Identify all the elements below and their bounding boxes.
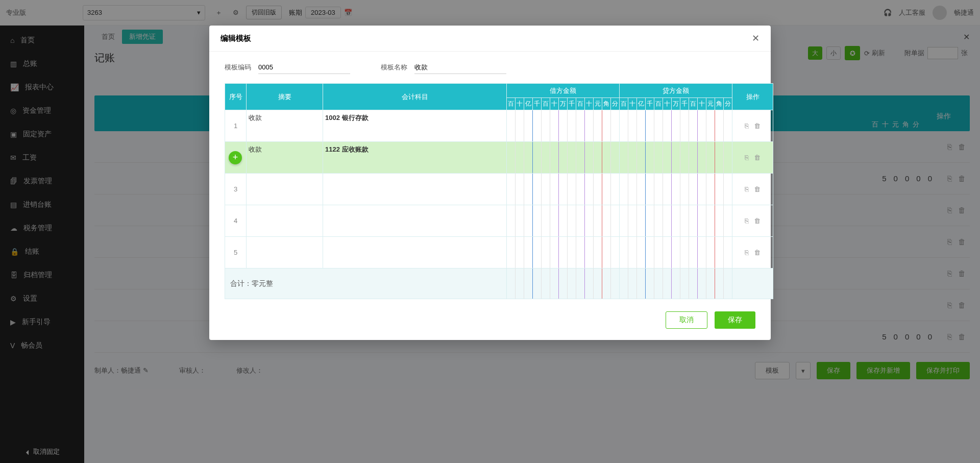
digit-header: 千 — [568, 98, 576, 110]
cell-seq: 4 — [225, 205, 247, 237]
cell-debit[interactable] — [507, 205, 620, 237]
cell-ops: ⎘🗑 — [732, 174, 773, 205]
template-code-input[interactable] — [258, 61, 350, 74]
cell-summary[interactable] — [247, 205, 323, 237]
table-row[interactable]: 收款1122 应收账款⎘🗑 — [225, 142, 773, 174]
digit-header: 千 — [533, 98, 542, 110]
digit-header: 百 — [507, 98, 516, 110]
cell-credit[interactable] — [620, 110, 732, 142]
close-icon[interactable]: ✕ — [752, 33, 760, 44]
trash-icon[interactable]: 🗑 — [754, 154, 761, 161]
trash-icon[interactable]: 🗑 — [754, 249, 761, 256]
digit-header: 分 — [724, 98, 732, 110]
digit-header: 十 — [550, 98, 559, 110]
digit-header: 角 — [602, 98, 611, 110]
table-row[interactable]: 5⎘🗑 — [225, 237, 773, 269]
digit-header: 百 — [620, 98, 628, 110]
cell-debit[interactable] — [507, 142, 620, 174]
digit-header: 亿 — [637, 98, 646, 110]
copy-icon[interactable]: ⎘ — [745, 249, 749, 256]
cell-summary[interactable]: 收款 — [247, 110, 323, 142]
digit-header: 十 — [628, 98, 637, 110]
digit-header: 百 — [576, 98, 585, 110]
copy-icon[interactable]: ⎘ — [745, 154, 749, 161]
cell-credit[interactable] — [620, 205, 732, 237]
table-row[interactable]: 1收款1002 银行存款⎘🗑 — [225, 110, 773, 142]
table-row[interactable]: 4⎘🗑 — [225, 205, 773, 237]
cell-debit[interactable] — [507, 174, 620, 205]
total-label: 合计：零元整 — [225, 269, 507, 299]
modal-overlay: 编辑模板 ✕ 模板编码 模板名称 — [0, 0, 980, 463]
digit-header: 百 — [689, 98, 698, 110]
cell-account[interactable] — [323, 174, 507, 205]
cell-summary[interactable]: 收款 — [247, 142, 323, 174]
cancel-button[interactable]: 取消 — [666, 311, 707, 329]
cell-ops: ⎘🗑 — [732, 237, 773, 269]
trash-icon[interactable]: 🗑 — [754, 122, 761, 130]
digit-header: 万 — [559, 98, 568, 110]
cell-account[interactable] — [323, 205, 507, 237]
digit-header: 十 — [516, 98, 524, 110]
modal-title: 编辑模板 — [220, 34, 251, 43]
th-summary: 摘要 — [247, 84, 323, 110]
digit-header: 元 — [594, 98, 602, 110]
save-button[interactable]: 保存 — [715, 311, 755, 329]
trash-icon[interactable]: 🗑 — [754, 217, 761, 225]
cell-credit[interactable] — [620, 237, 732, 269]
digit-header: 元 — [706, 98, 715, 110]
cell-seq: 5 — [225, 237, 247, 269]
copy-icon[interactable]: ⎘ — [745, 122, 749, 130]
copy-icon[interactable]: ⎘ — [745, 185, 749, 193]
template-name-input[interactable] — [414, 61, 506, 74]
cell-ops: ⎘🗑 — [732, 142, 773, 174]
th-account: 会计科目 — [323, 84, 507, 110]
digit-header: 亿 — [524, 98, 533, 110]
th-seq: 序号 — [225, 84, 247, 110]
cell-account[interactable]: 1122 应收账款 — [323, 142, 507, 174]
th-credit: 贷方金额 — [620, 84, 732, 98]
digit-header: 十 — [698, 98, 706, 110]
cell-account[interactable] — [323, 237, 507, 269]
edit-template-modal: 编辑模板 ✕ 模板编码 模板名称 — [209, 26, 771, 340]
digit-header: 分 — [611, 98, 620, 110]
cell-credit[interactable] — [620, 174, 732, 205]
add-row-button[interactable]: + — [229, 151, 242, 164]
template-code-label: 模板编码 — [225, 63, 251, 72]
digit-header: 十 — [585, 98, 594, 110]
th-debit: 借方金额 — [507, 84, 620, 98]
template-name-label: 模板名称 — [381, 63, 407, 72]
digit-header: 百 — [542, 98, 550, 110]
cell-ops: ⎘🗑 — [732, 205, 773, 237]
table-row[interactable]: 3⎘🗑 — [225, 174, 773, 205]
cell-seq: 3 — [225, 174, 247, 205]
cell-summary[interactable] — [247, 174, 323, 205]
cell-credit[interactable] — [620, 142, 732, 174]
cell-seq: 1 — [225, 110, 247, 142]
template-table: 序号 摘要 会计科目 借方金额 贷方金额 操作 百十亿千百十万千百十元角分百十亿… — [225, 83, 773, 299]
digit-header: 角 — [715, 98, 724, 110]
th-ops: 操作 — [732, 84, 773, 110]
cell-debit[interactable] — [507, 237, 620, 269]
cell-account[interactable]: 1002 银行存款 — [323, 110, 507, 142]
digit-header: 百 — [654, 98, 663, 110]
cell-summary[interactable] — [247, 237, 323, 269]
copy-icon[interactable]: ⎘ — [745, 217, 749, 225]
cell-ops: ⎘🗑 — [732, 110, 773, 142]
trash-icon[interactable]: 🗑 — [754, 185, 761, 193]
digit-header: 万 — [672, 98, 680, 110]
cell-debit[interactable] — [507, 110, 620, 142]
digit-header: 十 — [663, 98, 672, 110]
digit-header: 千 — [680, 98, 689, 110]
digit-header: 千 — [646, 98, 654, 110]
